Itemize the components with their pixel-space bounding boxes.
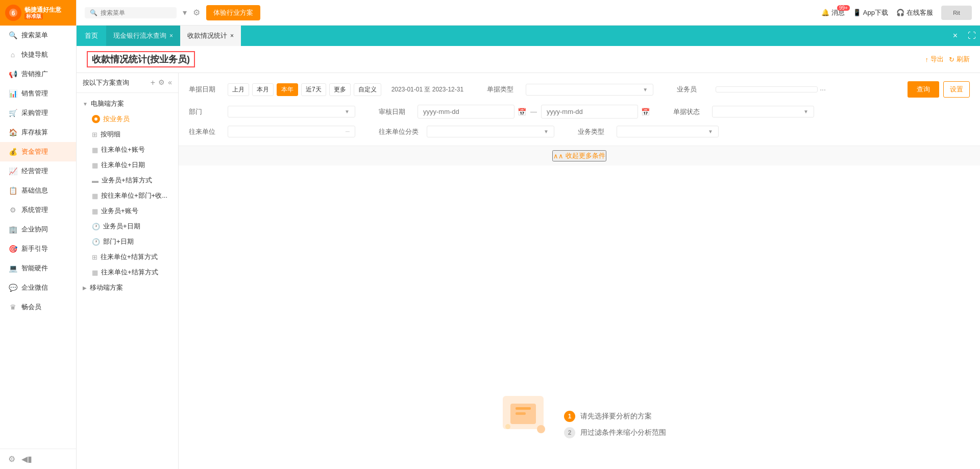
audit-date-calendar1[interactable]: 📅 — [518, 108, 526, 116]
collapse-button[interactable]: ∧∧ 收起更多条件 — [552, 150, 606, 161]
topbar-search-box[interactable]: 🔍 — [85, 7, 177, 18]
sidebar-item-finance[interactable]: 💰 资金管理 — [0, 142, 76, 161]
scheme-item-label-sa: 业务员+账号 — [101, 206, 138, 216]
refresh-button[interactable]: ↻ 刷新 — [949, 55, 970, 64]
sidebar-nav: 🔍 搜索菜单 ⌂ 快捷导航 📢 营销推广 📊 销售管理 🛒 采购管理 🏠 库存核… — [0, 26, 76, 449]
tab-collection-stats-close[interactable]: × — [230, 33, 234, 39]
scheme-add-icon[interactable]: + — [151, 78, 155, 87]
doc-type-select[interactable]: ▼ — [526, 84, 653, 96]
page-header: 收款情况统计(按业务员) ↑ 导出 ↻ 刷新 — [77, 46, 980, 73]
sidebar-item-basic[interactable]: 📋 基础信息 — [0, 181, 76, 200]
phone-icon: 📱 — [853, 9, 861, 16]
doc-status-group: 单据状态 ▼ — [673, 106, 814, 118]
collapse-sidebar-icon[interactable]: ◀▮ — [21, 454, 32, 464]
scheme-item-dept-date[interactable]: 🕐 部门+日期 — [77, 234, 178, 249]
sidebar-item-member[interactable]: ♛ 畅会员 — [0, 297, 76, 317]
sidebar-item-wechat[interactable]: 💬 企业微信 — [0, 278, 76, 297]
sidebar-item-guide[interactable]: 🎯 新手引导 — [0, 239, 76, 259]
scheme-item-label-ps1: 往来单位+结算方式 — [101, 252, 158, 262]
sidebar-label-finance: 资金管理 — [21, 147, 48, 156]
sidebar-item-quicknav[interactable]: ⌂ 快捷导航 — [0, 45, 76, 64]
tab-cash-flow-close[interactable]: × — [169, 33, 173, 39]
scheme-item-staff-settle[interactable]: ▬ 业务员+结算方式 — [77, 173, 178, 188]
date-btn-this-month[interactable]: 本月 — [252, 83, 274, 96]
collapse-icon: ∧∧ — [553, 152, 564, 160]
scheme-item-partner-settle2[interactable]: ▦ 往来单位+结算方式 — [77, 265, 178, 280]
content: 收款情况统计(按业务员) ↑ 导出 ↻ 刷新 按以下方案查询 + — [77, 46, 980, 469]
sidebar-item-inventory[interactable]: 🏠 库存核算 — [0, 123, 76, 142]
salesperson-more-icon[interactable]: ··· — [820, 85, 826, 93]
topbar-dropdown-icon[interactable]: ▾ — [183, 8, 187, 17]
date-btn-more[interactable]: 更多 — [329, 83, 351, 96]
date-btn-custom[interactable]: 自定义 — [354, 83, 381, 96]
scheme-item-partner-dept[interactable]: ▦ 按往来单位+部门+收... — [77, 188, 178, 203]
main-area: 🔍 ▾ ⚙ 体验行业方案 🔔 消息 99+ 📱 App下载 🎧 在线客服 Rit — [77, 0, 980, 469]
collapse-bar: ∧∧ 收起更多条件 — [179, 146, 980, 166]
tab-cash-flow[interactable]: 现金银行流水查询 × — [106, 26, 180, 46]
sidebar-label-sales: 销售管理 — [21, 89, 48, 98]
scheme-collapse-icon[interactable]: « — [168, 78, 172, 87]
topbar-gear-icon[interactable]: ⚙ — [193, 8, 200, 17]
partner-select[interactable]: ··· — [228, 126, 355, 137]
scheme-item-partner-date[interactable]: ▦ 往来单位+日期 — [77, 157, 178, 173]
sidebar-footer: ⚙ ◀▮ — [0, 449, 76, 469]
scheme-item-partner-account[interactable]: ▦ 往来单位+账号 — [77, 142, 178, 157]
message-button[interactable]: 🔔 消息 99+ — [821, 8, 845, 17]
setting-button[interactable]: 设置 — [943, 81, 970, 98]
date-btn-7days[interactable]: 近7天 — [301, 83, 326, 96]
sidebar-item-marketing[interactable]: 📢 营销推广 — [0, 64, 76, 84]
dept-select[interactable]: ▼ — [228, 106, 355, 118]
step-num-1: 1 — [564, 411, 575, 422]
operation-icon: 📈 — [8, 167, 17, 176]
sidebar-item-search[interactable]: 🔍 搜索菜单 — [0, 26, 76, 45]
tabbar-close-button[interactable]: × — [947, 31, 964, 40]
sidebar-label-basic: 基础信息 — [21, 186, 48, 195]
tabbar-expand-button[interactable]: ⛶ — [964, 31, 980, 40]
scheme-item-staff-date[interactable]: 🕐 业务员+日期 — [77, 219, 178, 234]
scheme-item-by-staff[interactable]: 按业务员 — [77, 111, 178, 127]
tree-group-mobile-header[interactable]: ▶ 移动端方案 — [77, 280, 178, 295]
salesperson-select[interactable] — [716, 86, 818, 92]
audit-date-end[interactable] — [541, 105, 638, 119]
tab-collection-stats[interactable]: 收款情况统计 × — [180, 26, 241, 46]
sidebar-item-operation[interactable]: 📈 经营管理 — [0, 161, 76, 181]
app-download-button[interactable]: 📱 App下载 — [853, 8, 888, 17]
scheme-item-by-detail[interactable]: ⊞ 按明细 — [77, 127, 178, 142]
scheme-item-staff-account[interactable]: ▦ 业务员+账号 — [77, 203, 178, 219]
biz-type-arrow: ▼ — [708, 129, 713, 134]
step-num-2: 2 — [564, 427, 575, 438]
audit-date-calendar2[interactable]: 📅 — [641, 108, 650, 116]
query-button[interactable]: 查询 — [908, 81, 939, 98]
sidebar-item-sales[interactable]: 📊 销售管理 — [0, 84, 76, 103]
doc-status-select[interactable]: ▼ — [712, 106, 814, 118]
partner-cat-select[interactable]: ▼ — [427, 126, 554, 137]
date-btn-this-year[interactable]: 本年 — [277, 83, 298, 96]
tab-home[interactable]: 首页 — [77, 26, 106, 46]
partner-cat-group: 往来单位分类 ▼ — [379, 126, 554, 137]
service-button[interactable]: 🎧 在线客服 — [896, 8, 933, 17]
wechat-icon: 💬 — [8, 283, 17, 292]
scheme-gear-icon[interactable]: ⚙ — [158, 78, 165, 87]
tree-group-desktop-header[interactable]: ▼ 电脑端方案 — [77, 96, 178, 111]
trial-button[interactable]: 体验行业方案 — [206, 5, 260, 20]
sidebar-item-hardware[interactable]: 💻 智能硬件 — [0, 259, 76, 278]
sidebar-item-purchase[interactable]: 🛒 采购管理 — [0, 103, 76, 123]
date-btn-last-month[interactable]: 上月 — [228, 83, 249, 96]
filter-row-1: 单据日期 上月 本月 本年 近7天 更多 自定义 2023-01-01 至 20… — [189, 81, 970, 98]
topbar-search-input[interactable] — [101, 9, 167, 16]
empty-steps: 1 请先选择要分析的方案 2 用过滤条件来缩小分析范围 — [564, 411, 666, 438]
export-button[interactable]: ↑ 导出 — [925, 55, 944, 64]
sidebar-label-guide: 新手引导 — [21, 244, 48, 253]
audit-date-start[interactable] — [418, 105, 514, 119]
sidebar-label-member: 畅会员 — [21, 302, 41, 312]
user-avatar[interactable]: Rit — [941, 6, 972, 20]
date-range-text: 2023-01-01 至 2023-12-31 — [391, 85, 463, 94]
sidebar-item-system[interactable]: ⚙ 系统管理 — [0, 200, 76, 220]
guide-icon: 🎯 — [8, 244, 17, 253]
settings-icon[interactable]: ⚙ — [8, 454, 15, 464]
main-body: 按以下方案查询 + ⚙ « ▼ 电脑端方案 — [77, 73, 980, 469]
scheme-item-label-ss: 业务员+结算方式 — [102, 176, 152, 185]
biz-type-select[interactable]: ▼ — [617, 126, 719, 137]
sidebar-item-corp[interactable]: 🏢 企业协同 — [0, 220, 76, 239]
scheme-item-partner-settle1[interactable]: ⊞ 往来单位+结算方式 — [77, 249, 178, 265]
